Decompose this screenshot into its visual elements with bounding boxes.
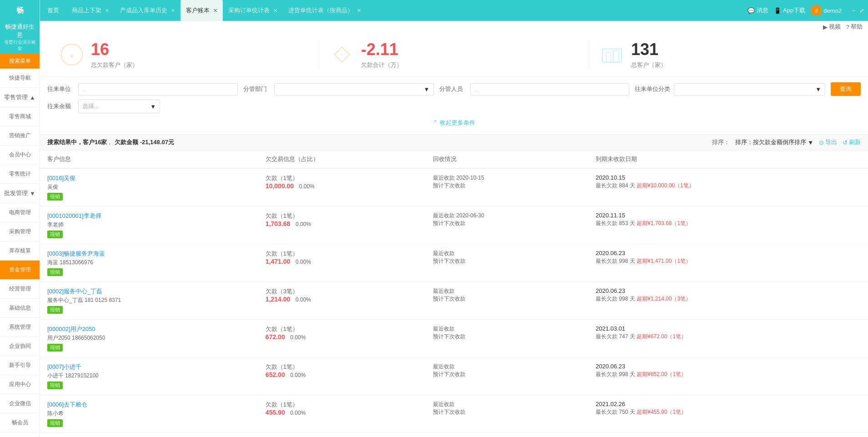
overdue-link[interactable]: 超期¥672.00（1笔） [637, 333, 687, 340]
tab-goods-up[interactable]: 商品上下架 ✕ [66, 0, 115, 21]
customer-info-cell: [000001]黄思源 黄思源 13552700226 现销 [40, 433, 258, 437]
overdue-link[interactable]: 超期¥1,703.68（1笔） [637, 220, 691, 226]
due-date-cell: 2021.02.26 最长欠款 750 天 超期¥455.90（1笔） [588, 395, 868, 433]
sidebar-item-member[interactable]: 会员中心 [0, 146, 40, 165]
sidebar-item-retail-mall[interactable]: 零售商城 [0, 107, 40, 126]
dept-label: 分管部门 [243, 85, 271, 93]
debt-info-cell: 欠款（3笔） 1,214.00 0.00% [258, 282, 426, 320]
from-unit-label: 往来单位 [47, 85, 75, 93]
sidebar-item-new-guide[interactable]: 新手引导 [0, 356, 40, 375]
sidebar-item-basic-info[interactable]: 基础信息 [0, 299, 40, 318]
customer-name-link[interactable]: [0007]小进千 [47, 363, 251, 371]
customer-tag: 现销 [47, 193, 63, 201]
sidebar-item-biz-mgmt[interactable]: 经营管理 [0, 280, 40, 299]
help-link[interactable]: ? 帮助 [846, 23, 863, 31]
customer-name-link[interactable]: [0001020001]李老师 [47, 212, 251, 220]
sort-select[interactable]: 排序：按欠款金额倒序排序 ▼ [735, 138, 813, 146]
customer-name-link[interactable]: [000002]用户2050 [47, 325, 251, 333]
customer-name-link[interactable]: [0006]去下粮仓 [47, 401, 251, 409]
sidebar-item-ecom-mgmt[interactable]: 电商管理 [0, 203, 40, 222]
sidebar-item-sys-mgmt[interactable]: 系统管理 [0, 318, 40, 337]
message-icon[interactable]: 💬 消息 [748, 6, 768, 15]
maximize-icon[interactable]: ⤢ [859, 7, 864, 14]
debt-pct: 0.00% [290, 372, 306, 378]
overdue-link[interactable]: 超期¥1,471.00（1笔） [637, 258, 691, 264]
sidebar-item-wechat[interactable]: 企业微信 [0, 394, 40, 413]
tab-purchase-stats[interactable]: 采购订单统计表 ✕ [223, 0, 283, 21]
customer-name-link[interactable]: [0002]服务中心_丁磊 [47, 287, 251, 296]
sidebar-item-capital-mgmt[interactable]: 资金管理 [0, 261, 40, 280]
balance-select[interactable]: 选择... ▼ [78, 100, 160, 113]
minimize-icon[interactable]: － [851, 6, 857, 15]
user-avatar[interactable]: d demo2 [811, 5, 842, 16]
customer-name-link[interactable]: [0016]吴俊 [47, 174, 251, 182]
sidebar-item-retail-mgmt[interactable]: 零售管理 ▲ [0, 88, 40, 107]
sidebar-item-batch-mgmt[interactable]: 批发管理 ▼ [0, 184, 40, 203]
sidebar-item-vip[interactable]: 畅会员 [0, 413, 40, 432]
overdue-link[interactable]: 超期¥1,214.00（3笔） [637, 296, 691, 302]
dept-select[interactable]: ▼ [274, 83, 434, 95]
customer-sub-info: 小进千 18279152100 [47, 372, 251, 380]
collapse-button[interactable]: ⌃ 收起更多条件 [47, 117, 861, 129]
debt-count: 欠款（1笔） [266, 363, 418, 371]
debt-info-cell: 欠款（1笔） 652.00 0.00% [258, 357, 426, 395]
tab-customer-account[interactable]: 客户账本 ✕ [181, 0, 223, 21]
tab-product-history[interactable]: 产成品入库单历史 ✕ [115, 0, 181, 21]
sort-label: 排序： [712, 138, 730, 146]
next-collect: 预计下次收款 [433, 408, 581, 416]
svg-text:+: + [341, 52, 343, 57]
table-row: [0007]小进千 小进千 18279152100 现销 欠款（1笔） 652.… [40, 357, 868, 395]
summary-info-total-debt: -2.11 欠款合计（万） [361, 40, 402, 69]
debt-amount-row: 672.00 0.00% [266, 333, 418, 341]
svg-rect-5 [613, 51, 619, 62]
col-due-date: 到期未收款日期 [588, 151, 868, 168]
from-unit-input[interactable]: ... [78, 83, 238, 95]
close-product-history[interactable]: ✕ [171, 8, 175, 14]
tab-stock-stats[interactable]: 进货单统计表（按商品） ✕ [283, 0, 366, 21]
return-status-cell: 最近收款 预计下次收款 [426, 357, 588, 395]
total-customers-icon [598, 41, 626, 68]
unit-class-select[interactable]: ▼ [674, 83, 825, 95]
overdue-link[interactable]: 超期¥10,000.00（1笔） [637, 182, 694, 189]
close-goods-up[interactable]: ✕ [105, 8, 109, 14]
refresh-button[interactable]: ↺ 刷新 [843, 138, 861, 146]
overdue-link[interactable]: 超期¥455.90（1笔） [637, 409, 687, 415]
debt-amount-row: 455.90 0.00% [266, 409, 418, 416]
tab-home[interactable]: 首页 [40, 0, 66, 21]
debt-count: 欠款（1笔） [266, 174, 418, 182]
last-collect: 最近收款 [433, 401, 581, 408]
video-link[interactable]: ▶ 视频 [823, 23, 841, 31]
customer-tag: 现销 [47, 268, 63, 276]
close-purchase-stats[interactable]: ✕ [273, 8, 277, 14]
due-date: 2021.03.01 [596, 325, 861, 332]
sidebar-item-app-center[interactable]: 应用中心 [0, 375, 40, 394]
search-menu-button[interactable]: 搜索菜单 [0, 54, 40, 69]
overdue-link[interactable]: 超期¥652.00（1笔） [637, 371, 687, 377]
close-stock-stats[interactable]: ✕ [357, 8, 361, 14]
close-customer-account[interactable]: ✕ [213, 8, 217, 14]
export-button[interactable]: ⊙ 导出 [819, 138, 837, 146]
customer-account-table: 客户信息 欠交易信息（占比） 回收情况 到期未收款日期 [0016]吴俊 吴俊 … [40, 151, 868, 437]
sidebar-item-stock-check[interactable]: 库存核算 [0, 241, 40, 261]
filter-unit-class: 往来单位分类 ▼ [635, 83, 825, 95]
sidebar-item-purchase-mgmt[interactable]: 采购管理 [0, 222, 40, 241]
table-row: [0006]去下粮仓 陈小希 现销 欠款（1笔） 455.90 0.00% 最近… [40, 395, 868, 433]
debt-pct: 0.00% [296, 259, 311, 265]
col-debt-info: 欠交易信息（占比） [258, 151, 426, 168]
debt-info-cell: 欠款（1笔） 1,471.00 0.00% [258, 244, 426, 282]
debt-amount-row: 652.00 0.00% [266, 371, 418, 378]
due-date: 2020.06.23 [596, 250, 861, 256]
sidebar-item-retail-stats[interactable]: 零售统计 [0, 165, 40, 184]
app-download-icon[interactable]: 📱 App下载 [774, 6, 805, 15]
sidebar-item-quick-nav[interactable]: 快捷导航 [0, 69, 40, 88]
debt-amount: 652.00 [266, 371, 285, 378]
main-content: 首页 商品上下架 ✕ 产成品入库单历史 ✕ 客户账本 ✕ 采购订单统计表 ✕ 进… [40, 0, 868, 437]
debt-amount: 1,214.00 [266, 296, 291, 303]
filter-from-unit: 往来单位 ... [47, 83, 238, 95]
person-input[interactable]: ... [470, 83, 630, 95]
sidebar-item-enterprise[interactable]: 企业协同 [0, 337, 40, 356]
customer-name-link[interactable]: [0003]畅捷服务尹海蓝 [47, 250, 251, 258]
debt-count: 欠款（3笔） [266, 287, 418, 296]
sidebar-item-marketing[interactable]: 营销推广 [0, 126, 40, 146]
query-button[interactable]: 查询 [831, 82, 861, 96]
